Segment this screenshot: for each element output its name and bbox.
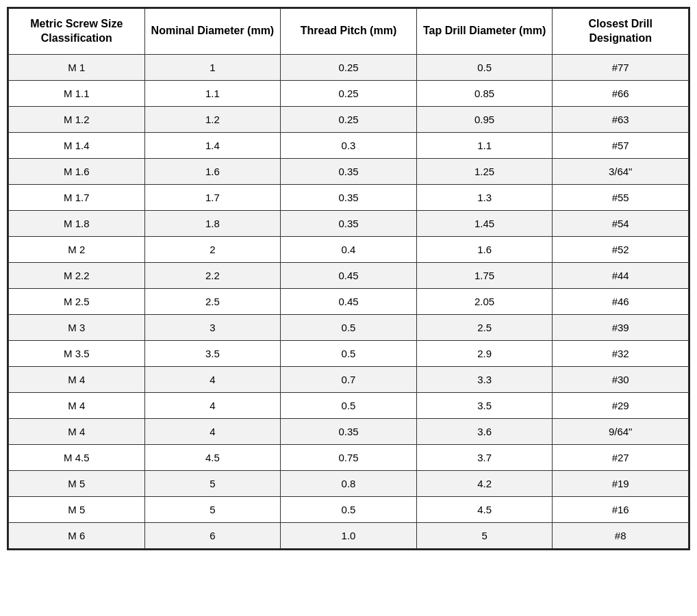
table-cell-r13-c0: M 4: [9, 392, 145, 418]
table-cell-r14-c2: 0.35: [281, 418, 417, 444]
table-row: M 440.53.5#29: [9, 392, 689, 418]
table-cell-r2-c4: #63: [553, 106, 689, 132]
table-cell-r6-c4: #54: [553, 210, 689, 236]
table-cell-r6-c0: M 1.8: [9, 210, 145, 236]
table-cell-r4-c2: 0.35: [281, 158, 417, 184]
table-cell-r5-c3: 1.3: [416, 184, 553, 210]
table-row: M 3.53.50.52.9#32: [9, 340, 689, 366]
table-cell-r4-c0: M 1.6: [9, 158, 145, 184]
table-cell-r16-c3: 4.2: [416, 470, 553, 496]
table-cell-r13-c2: 0.5: [281, 392, 417, 418]
table-row: M 1.41.40.31.1#57: [9, 132, 689, 158]
table-cell-r11-c2: 0.5: [281, 340, 417, 366]
table-cell-r1-c3: 0.85: [416, 80, 553, 106]
column-header-1: Nominal Diameter (mm): [144, 9, 281, 55]
column-header-0: Metric Screw Size Classification: [9, 9, 145, 55]
table-cell-r9-c2: 0.45: [281, 288, 417, 314]
table-cell-r11-c3: 2.9: [416, 340, 553, 366]
table-row: M 4.54.50.753.7#27: [9, 444, 689, 470]
table-row: M 2.22.20.451.75#44: [9, 262, 689, 288]
table-cell-r10-c2: 0.5: [281, 314, 417, 340]
table-cell-r7-c1: 2: [144, 236, 281, 262]
table-cell-r12-c1: 4: [144, 366, 281, 392]
table-cell-r15-c1: 4.5: [144, 444, 281, 470]
table-row: M 1.61.60.351.253/64": [9, 158, 689, 184]
table-cell-r0-c4: #77: [553, 54, 689, 80]
table-cell-r0-c0: M 1: [9, 54, 145, 80]
table-cell-r9-c0: M 2.5: [9, 288, 145, 314]
table-cell-r15-c2: 0.75: [281, 444, 417, 470]
table-cell-r17-c4: #16: [553, 496, 689, 522]
table-cell-r0-c1: 1: [144, 54, 281, 80]
table-cell-r8-c4: #44: [553, 262, 689, 288]
table-row: M 110.250.5#77: [9, 54, 689, 80]
table-cell-r6-c1: 1.8: [144, 210, 281, 236]
table-cell-r3-c2: 0.3: [281, 132, 417, 158]
table-cell-r18-c1: 6: [144, 522, 281, 548]
table-cell-r12-c4: #30: [553, 366, 689, 392]
table-cell-r18-c0: M 6: [9, 522, 145, 548]
table-cell-r15-c0: M 4.5: [9, 444, 145, 470]
table-cell-r7-c0: M 2: [9, 236, 145, 262]
table-cell-r0-c2: 0.25: [281, 54, 417, 80]
metric-screw-table: Metric Screw Size ClassificationNominal …: [7, 7, 690, 550]
table-cell-r12-c0: M 4: [9, 366, 145, 392]
table-cell-r10-c1: 3: [144, 314, 281, 340]
table-cell-r5-c1: 1.7: [144, 184, 281, 210]
table-row: M 220.41.6#52: [9, 236, 689, 262]
table-cell-r8-c0: M 2.2: [9, 262, 145, 288]
column-header-2: Thread Pitch (mm): [281, 9, 417, 55]
table-cell-r17-c2: 0.5: [281, 496, 417, 522]
table-row: M 1.71.70.351.3#55: [9, 184, 689, 210]
table-cell-r14-c1: 4: [144, 418, 281, 444]
table-row: M 1.21.20.250.95#63: [9, 106, 689, 132]
table-row: M 2.52.50.452.05#46: [9, 288, 689, 314]
table-cell-r18-c4: #8: [553, 522, 689, 548]
table-cell-r1-c2: 0.25: [281, 80, 417, 106]
table-cell-r0-c3: 0.5: [416, 54, 553, 80]
table-cell-r16-c4: #19: [553, 470, 689, 496]
column-header-4: Closest Drill Designation: [553, 9, 689, 55]
table-row: M 1.11.10.250.85#66: [9, 80, 689, 106]
table-cell-r2-c0: M 1.2: [9, 106, 145, 132]
table-cell-r13-c3: 3.5: [416, 392, 553, 418]
table-cell-r17-c0: M 5: [9, 496, 145, 522]
table-row: M 440.353.69/64": [9, 418, 689, 444]
table-cell-r16-c1: 5: [144, 470, 281, 496]
table-row: M 550.54.5#16: [9, 496, 689, 522]
table-cell-r16-c2: 0.8: [281, 470, 417, 496]
table-cell-r7-c3: 1.6: [416, 236, 553, 262]
table-cell-r8-c2: 0.45: [281, 262, 417, 288]
table-cell-r13-c1: 4: [144, 392, 281, 418]
table-cell-r18-c3: 5: [416, 522, 553, 548]
table-cell-r14-c3: 3.6: [416, 418, 553, 444]
table-cell-r11-c1: 3.5: [144, 340, 281, 366]
table-cell-r1-c4: #66: [553, 80, 689, 106]
table-cell-r12-c3: 3.3: [416, 366, 553, 392]
table-cell-r4-c1: 1.6: [144, 158, 281, 184]
table-cell-r7-c4: #52: [553, 236, 689, 262]
table-cell-r14-c4: 9/64": [553, 418, 689, 444]
table-row: M 661.05#8: [9, 522, 689, 548]
column-header-3: Tap Drill Diameter (mm): [416, 9, 553, 55]
table-cell-r3-c1: 1.4: [144, 132, 281, 158]
table-cell-r10-c4: #39: [553, 314, 689, 340]
table-cell-r8-c3: 1.75: [416, 262, 553, 288]
table-cell-r5-c2: 0.35: [281, 184, 417, 210]
table-cell-r10-c3: 2.5: [416, 314, 553, 340]
table-cell-r16-c0: M 5: [9, 470, 145, 496]
table-row: M 1.81.80.351.45#54: [9, 210, 689, 236]
table-cell-r1-c0: M 1.1: [9, 80, 145, 106]
table-cell-r17-c3: 4.5: [416, 496, 553, 522]
table-cell-r4-c3: 1.25: [416, 158, 553, 184]
table-row: M 330.52.5#39: [9, 314, 689, 340]
table-cell-r9-c3: 2.05: [416, 288, 553, 314]
table-cell-r11-c0: M 3.5: [9, 340, 145, 366]
table-cell-r5-c4: #55: [553, 184, 689, 210]
table-cell-r10-c0: M 3: [9, 314, 145, 340]
table-cell-r9-c1: 2.5: [144, 288, 281, 314]
table-cell-r12-c2: 0.7: [281, 366, 417, 392]
table-cell-r7-c2: 0.4: [281, 236, 417, 262]
table-cell-r15-c4: #27: [553, 444, 689, 470]
table-cell-r3-c0: M 1.4: [9, 132, 145, 158]
